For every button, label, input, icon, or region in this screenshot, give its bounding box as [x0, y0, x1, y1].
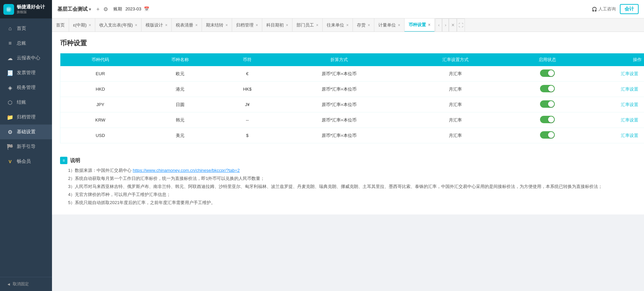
- tab-close-icon[interactable]: ×: [428, 22, 430, 27]
- tab-home[interactable]: 首页: [52, 18, 69, 32]
- cell-name: 美元: [140, 128, 220, 143]
- tab-units[interactable]: 计量单位 ×: [374, 18, 405, 32]
- cell-action: 汇率设置 删除: [587, 97, 644, 112]
- tab-template[interactable]: 模版设计 ×: [142, 18, 172, 32]
- closing-icon: ⬡: [7, 99, 13, 106]
- sidebar-item-invoice[interactable]: 🧾 发票管理: [0, 65, 52, 80]
- tab-close-icon[interactable]: ×: [286, 23, 288, 28]
- tab-prev-button[interactable]: ‹: [435, 18, 442, 32]
- cell-symbol: $: [220, 128, 275, 143]
- cell-name: 欧元: [140, 66, 220, 82]
- cell-rate-type: 月汇率: [403, 82, 507, 97]
- tab-close-icon[interactable]: ×: [165, 23, 167, 28]
- settings-button[interactable]: ⚙: [103, 6, 108, 12]
- tax-icon: ◈: [7, 84, 13, 91]
- sidebar-item-guide[interactable]: 🏁 新手引导: [0, 139, 52, 154]
- sidebar-item-label: 新手引导: [17, 144, 36, 150]
- rate-settings-link[interactable]: 汇率设置: [621, 102, 638, 107]
- rate-settings-link[interactable]: 汇率设置: [621, 117, 638, 123]
- tab-income[interactable]: 收入支出表(年报) ×: [95, 18, 142, 32]
- tab-partners[interactable]: 往来单位 ×: [323, 18, 353, 32]
- home-icon: ⌂: [7, 25, 13, 32]
- calendar-icon[interactable]: 📅: [144, 6, 149, 11]
- invoice-icon: 🧾: [7, 69, 13, 76]
- collapse-sidebar-button[interactable]: ◄ 取消固定: [0, 277, 52, 291]
- notes-section: ≡ 说明 1）数据来源：中国外汇交易中心 https://www.chinamo…: [60, 157, 644, 206]
- tab-close-icon[interactable]: ×: [135, 23, 137, 28]
- tab-close-icon[interactable]: ×: [256, 23, 258, 28]
- cell-rate-type: 月汇率: [403, 128, 507, 143]
- note-item-4: 4）无官方牌价的币种，可以用户手工维护汇率信息；: [67, 192, 644, 198]
- sidebar-item-closing[interactable]: ⬡ 结账: [0, 95, 52, 110]
- sidebar-item-settings[interactable]: ⚙ 基础设置: [0, 125, 52, 139]
- enable-toggle[interactable]: [540, 116, 555, 123]
- close-all-tabs-button[interactable]: ×: [449, 18, 457, 32]
- tab-label: 往来单位: [327, 22, 344, 28]
- settings-icon: ⚙: [7, 129, 13, 135]
- note-item-3: 3）人民币对马来西亚林吉特、俄罗斯卢布、南非兰特、韩元、阿联酋迪拉姆、沙特里亚尔…: [67, 184, 644, 190]
- sidebar: 财 畅捷通好会计 旗舰版 ⌂ 首页 ≡ 总账 ☁ 云报表中心 🧾 发票管理 ◈ …: [0, 0, 52, 291]
- table-row: KRW 韩元 -- 原币*汇率=本位币 月汇率 汇率设置 删除: [60, 112, 644, 128]
- tab-label: 首页: [56, 22, 65, 28]
- user-role-button[interactable]: 会计: [620, 4, 639, 14]
- note-item-1: 1）数据来源：中国外汇交易中心 https://www.chinamoney.c…: [67, 167, 644, 174]
- table-row: HKD 港元 HK$ 原币*汇率=本位币 月汇率 汇率设置 删除: [60, 82, 644, 97]
- cell-name: 日圆: [140, 97, 220, 112]
- notes-link[interactable]: https://www.chinamoney.com.cn/chinese/bk…: [133, 168, 240, 173]
- cell-code: USD: [60, 128, 141, 143]
- tab-accounts[interactable]: ε(中期) ×: [69, 18, 95, 32]
- maximize-button[interactable]: ⛶: [457, 18, 465, 32]
- currency-table: 币种代码 币种名称 币符 折算方式 汇率设置方式 启用状态 操作 EUR 欧元 …: [60, 53, 644, 143]
- tab-close-icon[interactable]: ×: [316, 23, 318, 28]
- tab-closing[interactable]: 期末结转 ×: [202, 18, 232, 32]
- tab-close-icon[interactable]: ×: [346, 23, 348, 28]
- enable-toggle[interactable]: [540, 85, 555, 92]
- col-status: 启用状态: [507, 53, 587, 66]
- tab-inventory[interactable]: 存货 ×: [353, 18, 374, 32]
- sidebar-item-member[interactable]: V 畅会员: [0, 154, 52, 169]
- enable-toggle[interactable]: [540, 100, 555, 108]
- tab-tax[interactable]: 税表清册 ×: [172, 18, 202, 32]
- col-name: 币种名称: [140, 53, 220, 66]
- cell-status: [507, 66, 587, 82]
- table-row: JPY 日圆 J¥ 原币*汇率=本位币 月汇率 汇率设置 删除: [60, 97, 644, 112]
- enable-toggle[interactable]: [540, 69, 555, 77]
- tab-departments[interactable]: 部门员工 ×: [292, 18, 323, 32]
- table-row: EUR 欧元 € 原币*汇率=本位币 月汇率 汇率设置 删除: [60, 66, 644, 82]
- cell-conversion: 原币*汇率=本位币: [275, 128, 403, 143]
- sidebar-item-reports[interactable]: ☁ 云报表中心: [0, 51, 52, 65]
- ledger-icon: ≡: [7, 40, 13, 47]
- notes-list: 1）数据来源：中国外汇交易中心 https://www.chinamoney.c…: [60, 167, 644, 206]
- rate-settings-link[interactable]: 汇率设置: [621, 133, 638, 138]
- app-edition: 旗舰版: [17, 10, 45, 14]
- tab-close-icon[interactable]: ×: [225, 23, 228, 28]
- rate-settings-link[interactable]: 汇率设置: [621, 87, 638, 92]
- tab-label: 收入支出表(年报): [99, 22, 133, 28]
- period-value: 2023-03: [125, 6, 142, 11]
- tab-currency[interactable]: 币种设置 ×: [405, 18, 435, 32]
- tab-subjects[interactable]: 科目期初 ×: [262, 18, 292, 32]
- headset-icon: 🎧: [592, 7, 597, 12]
- tab-archive[interactable]: 归档管理 ×: [232, 18, 262, 32]
- add-tab-button[interactable]: ＋: [95, 6, 101, 13]
- sidebar-item-archive[interactable]: 📁 归档管理: [0, 110, 52, 125]
- cell-action: 汇率设置 删除: [587, 82, 644, 97]
- tab-close-icon[interactable]: ×: [195, 23, 198, 28]
- sidebar-item-ledger[interactable]: ≡ 总账: [0, 36, 52, 51]
- app-logo: 财 畅捷通好会计 旗舰版: [0, 0, 52, 18]
- tab-close-icon[interactable]: ×: [89, 23, 91, 28]
- sidebar-item-tax[interactable]: ◈ 税务管理: [0, 80, 52, 95]
- sidebar-item-home[interactable]: ⌂ 首页: [0, 21, 52, 36]
- cell-conversion: 原币*汇率=本位币: [275, 112, 403, 128]
- rate-settings-link[interactable]: 汇率设置: [621, 71, 638, 76]
- tab-label: 计量单位: [378, 22, 396, 28]
- tab-close-icon[interactable]: ×: [368, 23, 370, 28]
- enable-toggle[interactable]: [540, 131, 555, 139]
- project-dropdown-icon[interactable]: ▾: [89, 7, 91, 12]
- help-button[interactable]: 🎧 人工咨询: [592, 6, 616, 12]
- tab-close-icon[interactable]: ×: [398, 23, 400, 28]
- tab-next-button[interactable]: ›: [442, 18, 449, 32]
- cell-rate-type: 月汇率: [403, 97, 507, 112]
- cell-action: 汇率设置 删除: [587, 128, 644, 143]
- cell-name: 港元: [140, 82, 220, 97]
